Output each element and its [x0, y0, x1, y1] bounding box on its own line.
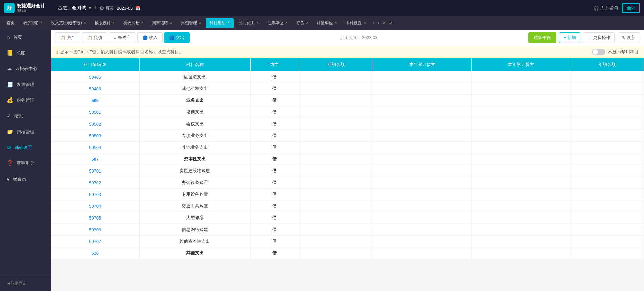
tab-taxclear[interactable]: 税表清册 ×	[119, 18, 148, 28]
sub-tab-income[interactable]: 🔵 收入	[137, 32, 163, 43]
tab-income-close[interactable]: ×	[84, 21, 86, 25]
cell-direction: 借	[250, 236, 299, 247]
cell-code[interactable]: 50504	[51, 142, 139, 153]
cell-code[interactable]: 50702	[51, 177, 139, 189]
tab-unit[interactable]: 计量单位 ×	[313, 18, 341, 28]
add-button[interactable]: + 新增	[559, 32, 580, 43]
tab-template[interactable]: 模版设计 ×	[91, 18, 119, 28]
tab-dept[interactable]: 部门员工 ×	[234, 18, 263, 28]
tab-inventory[interactable]: 存货 ×	[292, 18, 312, 28]
more-actions-button[interactable]: ⋯ 更多操作	[583, 32, 615, 43]
tab-income[interactable]: 收入支出表(年报) ×	[47, 18, 90, 28]
col-code[interactable]: 科目编码 ⚙	[51, 58, 139, 71]
sidebar-item-reports[interactable]: ☁ 云报表中心	[0, 61, 51, 77]
cell-opening-balance	[299, 106, 373, 118]
cell-ytd-debit	[373, 118, 472, 130]
cell-direction: 借	[250, 130, 299, 142]
cell-code[interactable]: 50705	[51, 212, 139, 224]
tab-counterparty[interactable]: 往来单位 ×	[263, 18, 291, 28]
sidebar-item-guide[interactable]: ❓ 新手引导	[0, 155, 51, 171]
add-company-button[interactable]: +	[94, 5, 98, 12]
tab-counterparty-close[interactable]: ×	[285, 21, 287, 25]
tab-inventory-close[interactable]: ×	[306, 21, 308, 25]
sub-tab-liability[interactable]: 📋 负债	[82, 32, 107, 43]
tab-close-all-button[interactable]: ×	[381, 19, 387, 26]
tab-template-close[interactable]: ×	[113, 21, 115, 25]
tab-balancesheet-label: 表(中期)	[23, 20, 38, 26]
cell-code[interactable]: 50501	[51, 106, 139, 118]
cell-code[interactable]: 50406	[51, 83, 139, 95]
sidebar-item-tax-label: 税务管理	[17, 97, 34, 103]
tab-next-button[interactable]: ›	[377, 19, 381, 26]
tab-expand-button[interactable]: ⤢	[388, 19, 394, 26]
cell-year-opening	[570, 95, 644, 106]
tab-period-init[interactable]: 科目期初 ×	[206, 18, 234, 28]
sub-tab-expense[interactable]: 🔵 支出	[164, 32, 190, 43]
tab-unit-close[interactable]: ×	[335, 21, 337, 25]
sidebar-item-ledger[interactable]: 📒 总账	[0, 45, 51, 61]
cell-direction: 借	[250, 189, 299, 200]
asset-icon: 📋	[60, 35, 65, 40]
tab-counterparty-label: 往来单位	[267, 20, 283, 26]
tab-yearend-label: 期末结转	[152, 20, 168, 26]
sidebar-item-checkout-label: 结账	[14, 113, 23, 119]
sub-tab-net-asset[interactable]: ≡ 净资产	[109, 32, 136, 43]
sidebar-collapse-button[interactable]: ◄取消固定	[0, 276, 51, 291]
tab-currency-close[interactable]: ×	[364, 21, 366, 25]
cell-opening-balance	[299, 189, 373, 200]
tab-currency[interactable]: 币种设置 ×	[341, 18, 370, 28]
help-button[interactable]: 🎧 人工咨询	[594, 5, 618, 11]
cell-direction: 借	[250, 153, 299, 165]
checkout-icon: ✓	[7, 113, 11, 119]
tab-dept-close[interactable]: ×	[257, 21, 259, 25]
tab-yearend[interactable]: 期末结转 ×	[148, 18, 176, 28]
tab-archive-label: 归档管理	[181, 20, 197, 26]
sidebar-item-settings[interactable]: ⚙ 基础设置	[0, 140, 51, 155]
refresh-button[interactable]: ↻ 刷新	[618, 32, 640, 43]
sidebar-item-checkout[interactable]: ✓ 结账	[0, 108, 51, 124]
calendar-icon[interactable]: 📅	[135, 6, 140, 11]
company-selector[interactable]: 基层工会测试 ▼ + ⚙ 账期 2023-03 📅	[58, 5, 590, 12]
trial-balance-button[interactable]: 试算平衡	[528, 32, 556, 43]
cell-code[interactable]: 50405	[51, 71, 139, 83]
sidebar-item-tax[interactable]: 💰 税务管理	[0, 92, 51, 108]
company-settings-icon[interactable]: ⚙	[99, 5, 104, 11]
cell-name: 房屋建筑物购建	[139, 165, 250, 177]
tip-text: 提示：按Ctrl + F键并输入科目编码或者科目名称可以查找科目。	[60, 49, 183, 55]
sidebar-item-member[interactable]: V 畅会员	[0, 171, 51, 187]
disable-toggle[interactable]	[592, 49, 605, 55]
cell-code[interactable]: 510	[51, 247, 139, 259]
tab-taxclear-close[interactable]: ×	[142, 21, 144, 25]
tab-balancesheet-close[interactable]: ×	[40, 21, 42, 25]
sidebar-item-invoice[interactable]: 🧾 发票管理	[0, 77, 51, 92]
cell-code[interactable]: 50706	[51, 224, 139, 236]
cell-code[interactable]: 50701	[51, 165, 139, 177]
sub-tab-asset[interactable]: 📋 资产	[55, 32, 80, 43]
cell-code[interactable]: 50502	[51, 118, 139, 130]
cell-ytd-credit	[472, 118, 570, 130]
tab-period-init-close[interactable]: ×	[228, 21, 230, 25]
cell-direction: 借	[250, 247, 299, 259]
tab-archive[interactable]: 归档管理 ×	[177, 18, 205, 28]
tab-template-label: 模版设计	[95, 20, 111, 26]
table-row: 50704 交通工具购置 借	[51, 200, 644, 212]
cell-ytd-debit	[373, 83, 472, 95]
cell-code[interactable]: 50503	[51, 130, 139, 142]
cell-ytd-credit	[472, 236, 570, 247]
tab-yearend-close[interactable]: ×	[170, 21, 172, 25]
more-label: 更多操作	[593, 35, 610, 41]
cell-code[interactable]: 50707	[51, 236, 139, 247]
cell-code[interactable]: 505	[51, 95, 139, 106]
cell-year-opening	[570, 189, 644, 200]
tab-home[interactable]: 首页	[3, 18, 19, 28]
tab-balancesheet[interactable]: 表(中期) ×	[19, 18, 46, 28]
cell-code[interactable]: 507	[51, 153, 139, 165]
sidebar-item-archive[interactable]: 📁 归档管理	[0, 124, 51, 140]
tab-archive-close[interactable]: ×	[199, 21, 201, 25]
cell-code[interactable]: 50704	[51, 200, 139, 212]
tab-prev-button[interactable]: ‹	[372, 19, 376, 26]
app-sub: 旗舰版	[17, 8, 45, 13]
cell-code[interactable]: 50703	[51, 189, 139, 200]
account-button[interactable]: 会计	[622, 3, 640, 13]
sidebar-item-home[interactable]: ⌂ 首页	[0, 30, 51, 45]
